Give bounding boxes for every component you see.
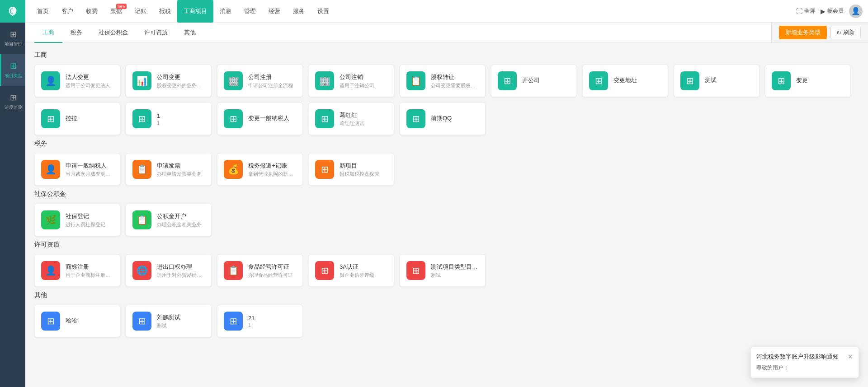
card-icon-twentyone: ⊞ [224,312,243,331]
sidebar-item-label-3: 进度监测 [5,104,23,111]
card-title-test-type: 测试项目类型目定义 [431,263,479,271]
card-one[interactable]: ⊞ 1 1 [126,103,212,135]
card-title-change: 变更 [796,76,844,84]
card-new-project[interactable]: ⊞ 新项目 报税加税控盘保管 [308,153,394,186]
card-company-cancel[interactable]: 🏢 公司注销 适用于注销公司 [308,65,394,97]
card-icon-legal-change: 👤 [41,71,60,90]
nav-billing[interactable]: 收费 [80,0,104,23]
sidebar: ⊞ 项目管理 ⊞ 项目类型 ⊞ 进度监测 [0,0,25,387]
fullscreen-btn[interactable]: ⛶ 全屏 [796,7,815,15]
notification-title: 河北税务数字账户升级影响通知 [756,353,839,361]
sidebar-item-project-mgmt[interactable]: ⊞ 项目管理 [0,23,25,54]
card-change-taxpayer[interactable]: ⊞ 变更一般纳税人 [217,103,303,135]
tab-social[interactable]: 社保公积金 [90,23,136,43]
card-title-tax-report-accounting: 税务报道+记账 [248,162,296,170]
card-equity-transfer[interactable]: 📋 股权转让 公司变更需要股权转让 [400,65,486,97]
section-other: 其他 ⊞ 哈哈 ⊞ 刘鹏测试 测试 [34,291,859,337]
card-title-change-taxpayer: 变更一般纳税人 [248,114,296,122]
card-desc-company-cancel: 适用于注销公司 [340,82,387,89]
card-liupeng-test[interactable]: ⊞ 刘鹏测试 测试 [126,305,212,337]
tab-tax[interactable]: 税务 [62,23,90,43]
tab-other[interactable]: 其他 [176,23,204,43]
sidebar-item-progress[interactable]: ⊞ 进度监测 [0,86,25,117]
card-tax-report-accounting[interactable]: 💰 税务报道+记账 拿到营业执照的新公司 [217,153,303,186]
card-food-permit[interactable]: 📋 食品经营许可证 办理食品经营许可证 [217,254,303,287]
avatar-icon: 👤 [851,7,860,15]
card-desc-import-export: 适用于对外贸易经营者 [157,272,205,279]
card-twentyone[interactable]: ⊞ 21 1 [217,305,303,337]
nav-settings[interactable]: 设置 [311,0,335,23]
card-company-change[interactable]: 📊 公司变更 股权变更外的业务变更 [126,65,212,97]
card-haha[interactable]: ⊞ 哈哈 [34,305,120,337]
vip-icon: ▶ [821,8,826,15]
card-icon-haha: ⊞ [41,312,60,331]
avatar[interactable]: 👤 [849,5,863,18]
sidebar-logo[interactable] [0,0,25,23]
card-icon-3a-cert: ⊞ [315,261,334,280]
notification-text: 尊敬的用户： [756,364,853,372]
card-apply-invoice[interactable]: 📋 申请发票 办理申请发票类业务 [126,153,212,186]
nav-home[interactable]: 首页 [31,0,55,23]
fullscreen-icon: ⛶ [796,8,802,15]
card-title-one: 1 [157,112,205,119]
sidebar-item-label-2: 项目类型 [5,73,23,79]
card-desc-twentyone: 1 [248,322,296,328]
section-title-other: 其他 [34,291,859,299]
vip-btn[interactable]: ▶ 畅会员 [821,7,844,15]
nav-message[interactable]: 消息 [213,0,238,23]
card-desc-apply-invoice: 办理申请发票类业务 [157,171,205,177]
card-test[interactable]: ⊞ 测试 [674,65,760,97]
main-scroll: 工商 👤 法人变更 适用于公司变更法人 📊 公司变更 股权变更外的业务变更 [25,43,868,387]
project-mgmt-icon: ⊞ [10,29,17,39]
card-icon-open-company: ⊞ [498,71,517,90]
card-social-register[interactable]: 🌿 社保登记 进行人员社保登记 [34,204,120,236]
nav-accounting[interactable]: 记账 [128,0,153,23]
nav-tax[interactable]: 报税 [153,0,177,23]
card-legal-change[interactable]: 👤 法人变更 适用于公司变更法人 [34,65,120,97]
card-icon-apply-taxpayer: 👤 [41,160,60,179]
add-business-type-button[interactable]: 新增业务类型 [779,26,827,39]
card-icon-one: ⊞ [132,109,151,128]
section-tax: 税务 👤 申请一般纳税人 当月或次月成变更完成 📋 申请发票 办理申请发票 [34,140,859,186]
card-title-apply-invoice: 申请发票 [157,162,205,170]
refresh-button[interactable]: ↻ 刷新 [830,26,861,39]
card-test-type[interactable]: ⊞ 测试项目类型目定义 测试 [400,254,486,287]
card-ge-honghong[interactable]: ⊞ 葛红红 葛红红测试 [308,103,394,135]
section-title-social: 社保公积金 [34,190,859,198]
tab-permit[interactable]: 许可资质 [136,23,176,43]
topnav-right: ⛶ 全屏 ▶ 畅会员 👤 [796,5,863,18]
social-card-grid: 🌿 社保登记 进行人员社保登记 📋 公积金开户 办理公积金相关业务 [34,204,859,236]
notification-close-button[interactable]: ✕ [848,353,853,360]
nav-service[interactable]: 服务 [287,0,311,23]
nav-industry[interactable]: 工商项目 [177,0,213,23]
card-desc-ge-honghong: 葛红红测试 [340,120,387,127]
card-change[interactable]: ⊞ 变更 [765,65,851,97]
card-desc-company-register: 申请公司注册全流程 [248,82,296,89]
card-title-ge-honghong: 葛红红 [340,111,387,119]
card-change-address[interactable]: ⊞ 变更地址 [582,65,668,97]
card-trademark[interactable]: 👤 商标注册 用于企业商标注册服务 [34,254,120,287]
card-3a-cert[interactable]: ⊞ 3A认证 对企业信誉评级 [308,254,394,287]
card-title-social-register: 社保登记 [66,212,113,220]
card-title-equity-transfer: 股权转让 [431,73,479,81]
nav-operation[interactable]: 经营 [262,0,287,23]
card-open-company[interactable]: ⊞ 开公司 [491,65,577,97]
card-desc-fund-open: 办理公积金相关业务 [157,221,205,228]
card-qianqi-qq[interactable]: ⊞ 前期QQ [400,103,486,135]
nav-management[interactable]: 管理 [238,0,262,23]
card-icon-company-change: 📊 [132,71,151,90]
tab-industry[interactable]: 工商 [34,23,62,43]
card-icon-company-cancel: 🏢 [315,71,334,90]
card-fund-open[interactable]: 📋 公积金开户 办理公积金相关业务 [126,204,212,236]
card-import-export[interactable]: 🌐 进出口权办理 适用于对外贸易经营者 [126,254,212,287]
nav-client[interactable]: 客户 [55,0,80,23]
card-title-lala: 拉拉 [66,114,113,122]
card-desc-new-project: 报税加税控盘保管 [340,171,387,177]
permit-card-grid: 👤 商标注册 用于企业商标注册服务 🌐 进出口权办理 适用于对外贸易经营者 [34,254,859,287]
card-lala[interactable]: ⊞ 拉拉 [34,103,120,135]
nav-invoice[interactable]: 票据 new [104,0,128,23]
card-title-trademark: 商标注册 [66,263,113,271]
card-company-register[interactable]: 🏢 公司注册 申请公司注册全流程 [217,65,303,97]
sidebar-item-project-type[interactable]: ⊞ 项目类型 [0,54,25,86]
card-apply-taxpayer[interactable]: 👤 申请一般纳税人 当月或次月成变更完成 [34,153,120,186]
